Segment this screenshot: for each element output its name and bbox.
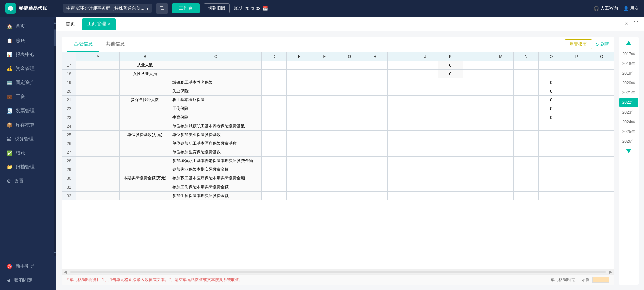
cell-31c[interactable]: 参加工伤保险本期实际缴费金额 bbox=[170, 183, 262, 192]
cell-31k[interactable] bbox=[438, 183, 463, 192]
sidebar-item-unpin[interactable]: ◀ 取消固定 bbox=[0, 273, 56, 287]
cell-20o[interactable]: 0 bbox=[539, 87, 564, 96]
switch-version-button[interactable]: 切到旧版 bbox=[204, 3, 230, 13]
cell-19h[interactable] bbox=[362, 78, 387, 87]
cell-17l[interactable] bbox=[463, 61, 488, 70]
cell-26c[interactable]: 单位参加职工基本医疗保险缴费基数 bbox=[170, 139, 262, 148]
cell-27k[interactable] bbox=[438, 148, 463, 157]
cell-22p[interactable] bbox=[564, 104, 589, 113]
year-item-2023[interactable]: 2023年 bbox=[619, 107, 638, 117]
cell-27f[interactable] bbox=[312, 148, 337, 157]
cell-21e[interactable] bbox=[286, 96, 312, 104]
cell-18l[interactable] bbox=[463, 70, 488, 78]
cell-27p[interactable] bbox=[564, 148, 589, 157]
cell-25l[interactable] bbox=[463, 131, 488, 139]
cell-20g[interactable] bbox=[337, 87, 362, 96]
cell-25j[interactable] bbox=[413, 131, 438, 139]
cell-22h[interactable] bbox=[362, 104, 387, 113]
cell-19g[interactable] bbox=[337, 78, 362, 87]
cell-17i[interactable] bbox=[387, 61, 413, 70]
cell-20e[interactable] bbox=[286, 87, 312, 96]
cell-28p[interactable] bbox=[564, 157, 589, 165]
cell-22q[interactable] bbox=[589, 104, 614, 113]
year-item-2020[interactable]: 2020年 bbox=[619, 78, 638, 88]
cell-26p[interactable] bbox=[564, 139, 589, 148]
cell-26i[interactable] bbox=[387, 139, 413, 148]
year-item-2021[interactable]: 2021年 bbox=[619, 88, 638, 98]
cell-24b[interactable] bbox=[119, 122, 170, 131]
calendar-icon[interactable]: 📅 bbox=[263, 6, 268, 11]
company-selector[interactable]: 中审众环会计师事务所（特殊普通合伙... ▾ bbox=[63, 4, 152, 13]
cell-24d[interactable] bbox=[261, 122, 286, 131]
cell-25f[interactable] bbox=[312, 131, 337, 139]
cell-32n[interactable] bbox=[514, 192, 539, 200]
cell-21k[interactable] bbox=[438, 96, 463, 104]
cell-26o[interactable] bbox=[539, 139, 564, 148]
cell-23g[interactable] bbox=[337, 113, 362, 122]
scroll-left-btn[interactable]: ◀ bbox=[62, 269, 69, 274]
cell-32d[interactable] bbox=[261, 192, 286, 200]
cell-17e[interactable] bbox=[286, 61, 312, 70]
cell-26e[interactable] bbox=[286, 139, 312, 148]
cell-23a[interactable] bbox=[76, 113, 119, 122]
cell-26q[interactable] bbox=[589, 139, 614, 148]
cell-24j[interactable] bbox=[413, 122, 438, 131]
cell-19k[interactable] bbox=[438, 78, 463, 87]
cell-21b[interactable]: 参保各险种人数 bbox=[119, 96, 170, 104]
cell-20f[interactable] bbox=[312, 87, 337, 96]
cell-18d[interactable] bbox=[261, 70, 286, 78]
cell-17p[interactable] bbox=[564, 61, 589, 70]
cell-32a[interactable] bbox=[76, 192, 119, 200]
cell-23p[interactable] bbox=[564, 113, 589, 122]
cell-27i[interactable] bbox=[387, 148, 413, 157]
cell-19q[interactable] bbox=[589, 78, 614, 87]
cell-32g[interactable] bbox=[337, 192, 362, 200]
cell-31m[interactable] bbox=[488, 183, 514, 192]
cell-17m[interactable] bbox=[488, 61, 514, 70]
cell-31i[interactable] bbox=[387, 183, 413, 192]
copy-icon-btn[interactable] bbox=[156, 3, 168, 14]
cell-23n[interactable] bbox=[514, 113, 539, 122]
cell-18j[interactable] bbox=[413, 70, 438, 78]
cell-30q[interactable] bbox=[589, 174, 614, 183]
sidebar-item-settings[interactable]: ⚙ 设置 bbox=[0, 174, 56, 188]
cell-25n[interactable] bbox=[514, 131, 539, 139]
cell-19j[interactable] bbox=[413, 78, 438, 87]
cell-21n[interactable] bbox=[514, 96, 539, 104]
cell-30m[interactable] bbox=[488, 174, 514, 183]
cell-20q[interactable] bbox=[589, 87, 614, 96]
cell-25m[interactable] bbox=[488, 131, 514, 139]
cell-30d[interactable] bbox=[261, 174, 286, 183]
cell-21h[interactable] bbox=[362, 96, 387, 104]
cell-23l[interactable] bbox=[463, 113, 488, 122]
cell-31j[interactable] bbox=[413, 183, 438, 192]
cell-21a[interactable] bbox=[76, 96, 119, 104]
cell-18c[interactable] bbox=[170, 70, 262, 78]
cell-27h[interactable] bbox=[362, 148, 387, 157]
year-item-2022[interactable]: 2022年 bbox=[619, 98, 638, 107]
cell-31p[interactable] bbox=[564, 183, 589, 192]
workbench-button[interactable]: 工作台 bbox=[172, 3, 200, 13]
cell-24q[interactable] bbox=[589, 122, 614, 131]
cell-21d[interactable] bbox=[261, 96, 286, 104]
cell-19i[interactable] bbox=[387, 78, 413, 87]
cell-21q[interactable] bbox=[589, 96, 614, 104]
sidebar-item-close[interactable]: ✅ 结账 bbox=[0, 146, 56, 160]
cell-17k[interactable]: 0 bbox=[438, 61, 463, 70]
cell-30a[interactable] bbox=[76, 174, 119, 183]
cell-26b[interactable] bbox=[119, 139, 170, 148]
cell-32p[interactable] bbox=[564, 192, 589, 200]
cell-28i[interactable] bbox=[387, 157, 413, 165]
cell-32c[interactable]: 参加生育保险本期实际缴费金额 bbox=[170, 192, 262, 200]
cell-27b[interactable] bbox=[119, 148, 170, 157]
cell-32l[interactable] bbox=[463, 192, 488, 200]
cell-18n[interactable] bbox=[514, 70, 539, 78]
cell-26g[interactable] bbox=[337, 139, 362, 148]
cell-29p[interactable] bbox=[564, 165, 589, 174]
cell-17h[interactable] bbox=[362, 61, 387, 70]
cell-21m[interactable] bbox=[488, 96, 514, 104]
cell-24e[interactable] bbox=[286, 122, 312, 131]
cell-20i[interactable] bbox=[387, 87, 413, 96]
cell-30e[interactable] bbox=[286, 174, 312, 183]
cell-19p[interactable] bbox=[564, 78, 589, 87]
